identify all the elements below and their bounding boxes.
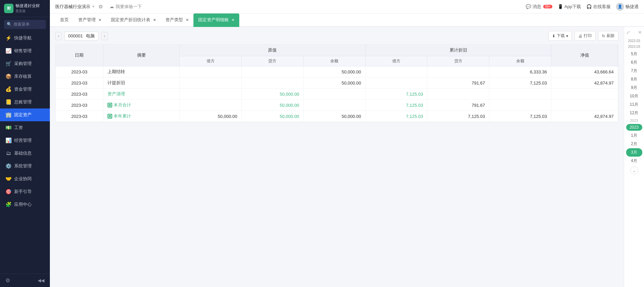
message-icon: 💬 xyxy=(526,4,531,9)
collapse-sidebar-button[interactable]: ◀◀ xyxy=(38,278,44,283)
content-area: ‹ 000001 电脑 › ⬇ 下载 ▾ 🖨 打印 xyxy=(50,27,644,287)
tab-close-icon[interactable]: ✕ xyxy=(232,18,235,22)
timeline-month[interactable]: 2月 xyxy=(626,140,642,148)
col-orig-debit: 借方 xyxy=(180,56,242,66)
sidebar-item-label: 采购管理 xyxy=(14,61,32,67)
cell-orig-debit xyxy=(180,100,242,111)
timeline-month[interactable]: 11月 xyxy=(626,100,642,109)
cell-acc-credit: 7,125.03 xyxy=(427,111,489,122)
sidebar-logo: 财 畅捷通好业财 普及版 xyxy=(0,0,50,17)
enterprise-icon: 🤝 xyxy=(5,176,11,182)
cell-net-value: 42,874.97 xyxy=(551,111,618,122)
col-date: 日期 xyxy=(56,44,103,66)
timeline-month[interactable]: 5月 xyxy=(626,50,642,58)
quick-nav-icon: ⚡ xyxy=(5,35,11,41)
timeline-month[interactable]: 1月 xyxy=(626,131,642,140)
cell-orig-balance xyxy=(303,100,365,111)
timeline-month[interactable]: 10月 xyxy=(626,92,642,100)
cell-orig-credit xyxy=(241,66,303,77)
cell-net-value xyxy=(551,100,618,111)
message-button[interactable]: 💬 消息 99+ xyxy=(526,4,552,10)
asset-code: 000001 xyxy=(68,33,83,38)
sidebar-item-system[interactable]: ⚙️ 系统管理 xyxy=(0,160,50,172)
topbar-settings-icon[interactable]: ⚙ xyxy=(98,4,103,10)
cell-acc-balance xyxy=(489,89,551,100)
user-menu[interactable]: 👤 畅捷通 xyxy=(616,3,639,11)
app-download-button[interactable]: 📱 App下载 xyxy=(558,4,581,10)
cloud-icon: ☁ xyxy=(110,4,114,9)
close-timeline-button[interactable]: ✕ xyxy=(638,30,642,35)
download-button[interactable]: ⬇ 下载 ▾ xyxy=(548,31,572,41)
dropdown-arrow: ▾ xyxy=(566,34,568,38)
sidebar-item-business[interactable]: 📊 经营管理 xyxy=(0,134,50,147)
sidebar-item-label: 工资 xyxy=(14,125,23,131)
online-service-button[interactable]: 🎧 在线客服 xyxy=(586,4,611,10)
refresh-icon: ↻ xyxy=(602,34,605,38)
tab-label: 资产类型 xyxy=(165,17,183,23)
inventory-icon: 📦 xyxy=(5,73,11,79)
prev-asset-button[interactable]: ‹ xyxy=(55,32,62,40)
tab-label: 固定资产明细账 xyxy=(198,17,229,23)
next-asset-button[interactable]: › xyxy=(101,32,108,40)
business-icon: 📊 xyxy=(5,137,11,144)
timeline-month[interactable]: 7月 xyxy=(626,67,642,75)
message-label: 消息 xyxy=(532,4,541,10)
sidebar-item-app-center[interactable]: 🧩 应用中心 xyxy=(0,198,50,211)
timeline-month[interactable]: 4月 xyxy=(626,157,642,165)
sidebar-search[interactable]: 🔍 搜索菜单 xyxy=(4,20,46,29)
sidebar-item-guide[interactable]: 🎯 新手引导 xyxy=(0,185,50,198)
sidebar-item-purchase[interactable]: 🛒 采购管理 xyxy=(0,57,50,70)
timeline-month[interactable]: 9月 xyxy=(626,84,642,92)
tab-asset-type[interactable]: 资产类型 ✕ xyxy=(161,13,193,27)
timeline-month[interactable]: 8月 xyxy=(626,75,642,84)
sidebar-item-inventory[interactable]: 📦 库存核算 xyxy=(0,70,50,83)
tab-asset-mgmt[interactable]: 资产管理 ✕ xyxy=(73,13,106,27)
timeline-month[interactable]: 3月 xyxy=(626,148,642,157)
sidebar-item-fixed-assets[interactable]: 🏢 固定资产 xyxy=(0,108,50,121)
sidebar-item-basic-info[interactable]: 🗂 基础信息 xyxy=(0,147,50,160)
col-accumulated-depreciation: 累计折旧 xyxy=(365,44,551,56)
cell-orig-balance: 50,000.00 xyxy=(303,111,365,122)
sidebar-item-label: 销售管理 xyxy=(14,48,32,54)
timeline-scroll-down-button[interactable]: ⌄ xyxy=(630,166,638,174)
user-name: 畅捷通 xyxy=(625,4,639,10)
experience-button[interactable]: ☁ 我要体验一下 xyxy=(110,4,142,10)
tab-home[interactable]: 首页 xyxy=(55,13,73,27)
tab-asset-ledger[interactable]: 固定资产明细账 ✕ xyxy=(193,13,239,27)
refresh-button[interactable]: ↻ 刷新 xyxy=(598,31,618,41)
system-icon: ⚙️ xyxy=(5,163,11,169)
timeline-months-after: 1月2月3月4月 xyxy=(626,131,642,165)
sidebar-item-sales[interactable]: 📈 销售管理 xyxy=(0,44,50,57)
sidebar-item-label: 库存核算 xyxy=(14,73,32,79)
sidebar-scroll: 🔍 搜索菜单 ⚡ 快捷导航 📈 销售管理 🛒 采购管理 📦 库存核算 💰 资金管… xyxy=(0,17,50,274)
sidebar-item-fund[interactable]: 💰 资金管理 xyxy=(0,83,50,96)
sidebar-item-label: 快捷导航 xyxy=(14,35,32,41)
tab-close-icon[interactable]: ✕ xyxy=(186,18,189,22)
company-name: 医疗器械行业演示 xyxy=(55,4,90,10)
settings-icon[interactable]: ⚙ xyxy=(5,277,10,284)
cell-orig-credit: 50,000.00 xyxy=(241,111,303,122)
app-center-icon: 🧩 xyxy=(5,201,11,208)
timeline-year-badge[interactable]: 2023 xyxy=(626,124,642,131)
timeline-month[interactable]: 12月 xyxy=(626,109,642,117)
company-selector[interactable]: 医疗器械行业演示 ▾ xyxy=(55,4,94,10)
app-download-label: App下载 xyxy=(564,4,581,10)
asset-chip: 000001 电脑 xyxy=(64,32,98,40)
tab-close-icon[interactable]: ✕ xyxy=(98,18,101,22)
sidebar-item-ledger[interactable]: 📒 总账管理 xyxy=(0,96,50,108)
print-button[interactable]: 🖨 打印 xyxy=(575,31,595,41)
sidebar-item-enterprise[interactable]: 🤝 企业协同 xyxy=(0,172,50,185)
salary-icon: 💵 xyxy=(5,125,11,131)
tab-depreciation-table[interactable]: 固定资产折旧统计表 ✕ xyxy=(106,13,161,27)
sidebar-item-label: 系统管理 xyxy=(14,163,32,169)
timeline-months-before: 5月6月7月8月9月10月11月12月 xyxy=(626,50,642,117)
sidebar-item-quick-nav[interactable]: ⚡ 快捷导航 xyxy=(0,32,50,44)
tab-close-icon[interactable]: ✕ xyxy=(153,18,156,22)
timeline-month[interactable]: 6月 xyxy=(626,58,642,67)
app-logo-icon: 财 xyxy=(4,4,13,13)
asset-ledger-table: 日期 摘要 原值 累计折旧 净值 借方 贷方 余额 借方 贷方 余额 xyxy=(55,44,618,122)
print-label: 打印 xyxy=(584,33,592,39)
expand-timeline-button[interactable]: ⤢ xyxy=(626,30,630,35)
sidebar-item-salary[interactable]: 💵 工资 xyxy=(0,121,50,134)
cell-summary: 资产清理 xyxy=(103,89,179,100)
